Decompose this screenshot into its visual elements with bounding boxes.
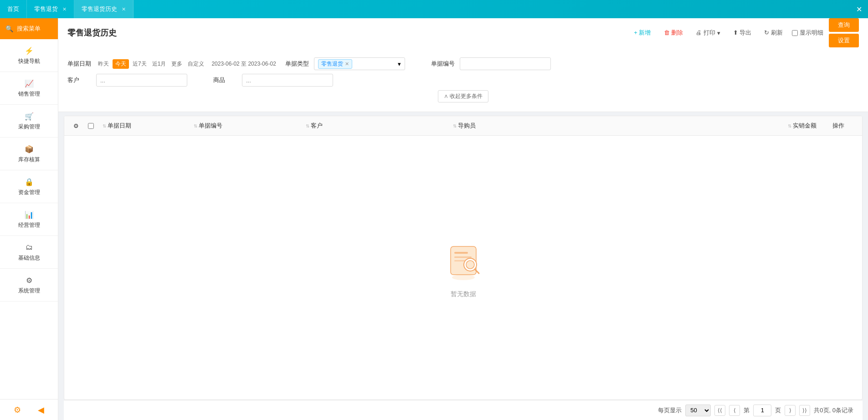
- main-layout: 🔍 搜索菜单 ⚡ 快捷导航📈 销售管理🛒 采购管理📦 库存核算🔒 资金管理📊 经…: [0, 18, 868, 420]
- page-header: 零售退货历史 + 新增 🗑 删除 🖨 打印 ▾ ⬆ 导出: [58, 18, 868, 112]
- tab-close-零售退货历史[interactable]: ✕: [122, 6, 126, 12]
- page-suffix: 页: [775, 406, 781, 415]
- query-settings-group: 查询 设置: [829, 18, 859, 47]
- filter-row-2: 客户 商品: [67, 74, 859, 87]
- nav-icon: ⚙: [24, 275, 34, 285]
- per-page-select[interactable]: 10 20 50 100: [685, 405, 711, 416]
- date-filter-label: 单据日期: [67, 60, 92, 68]
- refresh-label: ↻ 刷新: [764, 29, 783, 37]
- tab-零售退货[interactable]: 零售退货✕: [27, 0, 74, 18]
- goods-input[interactable]: [242, 74, 333, 87]
- nav-item-库存核算[interactable]: 📦 库存核算: [0, 138, 58, 170]
- goods-filter-item: 商品: [213, 74, 350, 87]
- date-filter-item: 单据日期 昨天今天近7天近1月更多自定义 2023-06-02 至 2023-0…: [67, 59, 276, 69]
- page-number-input[interactable]: [753, 405, 771, 416]
- settings-button[interactable]: 设置: [829, 34, 859, 47]
- nav-icon: 🛒: [24, 111, 34, 121]
- show-detail-checkbox[interactable]: [792, 30, 798, 36]
- nav-icon: 📦: [24, 144, 34, 154]
- filter-area: 单据日期 昨天今天近7天近1月更多自定义 2023-06-02 至 2023-0…: [67, 53, 859, 107]
- tab-close-零售退货[interactable]: ✕: [62, 6, 67, 12]
- tab-list: 首页零售退货✕零售退货历史✕: [0, 0, 850, 18]
- nav-item-采购管理[interactable]: 🛒 采购管理: [0, 105, 58, 138]
- nav-icon: 🗂: [24, 242, 34, 252]
- table-header: ⚙ ⇅ 单据日期 ⇅ 单据编号 ⇅ 客户 ⇅: [64, 116, 862, 136]
- date-option-近1月[interactable]: 近1月: [150, 59, 168, 69]
- last-page-button[interactable]: ⟩⟩: [799, 405, 810, 416]
- new-button[interactable]: + 新增: [630, 27, 654, 39]
- print-arrow-icon: ▾: [717, 30, 720, 36]
- window-close-button[interactable]: ✕: [850, 0, 868, 18]
- delete-button[interactable]: 🗑 删除: [660, 27, 687, 39]
- nav-item-资金管理[interactable]: 🔒 资金管理: [0, 170, 58, 203]
- nav-icon: ⚡: [24, 46, 34, 56]
- delete-label: 🗑 删除: [664, 29, 683, 37]
- table-col-amount[interactable]: ⇅ 实销金额: [743, 120, 820, 132]
- date-range-text: 2023-06-02 至 2023-06-02: [211, 60, 276, 68]
- bill-no-label: 单据编号: [431, 60, 456, 68]
- nav-item-销售管理[interactable]: 📈 销售管理: [0, 72, 58, 105]
- search-icon: 🔍: [5, 25, 13, 32]
- nav-icon: 📊: [24, 210, 34, 220]
- print-button[interactable]: 🖨 打印 ▾: [692, 27, 724, 39]
- tab-首页[interactable]: 首页: [0, 0, 27, 18]
- table-col-date[interactable]: ⇅ 单据日期: [99, 120, 190, 132]
- total-info: 共0页, 0条记录: [814, 406, 853, 415]
- nav-label: 资金管理: [18, 189, 40, 196]
- first-page-button[interactable]: ⟨⟨: [714, 405, 725, 416]
- sort-billno-icon: ⇅: [194, 123, 197, 128]
- show-detail-checkbox-wrapper: 显示明细: [792, 29, 823, 37]
- export-button[interactable]: ⬆ 导出: [729, 27, 755, 39]
- settings-icon[interactable]: ⚙: [14, 405, 21, 415]
- page-title-row: 零售退货历史 + 新增 🗑 删除 🖨 打印 ▾ ⬆ 导出: [67, 18, 859, 47]
- table-col-guide[interactable]: ⇅ 导购员: [449, 120, 526, 132]
- svg-rect-5: [454, 260, 466, 261]
- date-option-近7天[interactable]: 近7天: [131, 59, 149, 69]
- next-page-button[interactable]: ⟩: [785, 405, 796, 416]
- print-label: 🖨 打印: [696, 29, 715, 37]
- refresh-button[interactable]: ↻ 刷新: [760, 27, 786, 39]
- collapse-label: ∧ 收起更多条件: [444, 92, 483, 100]
- date-option-今天[interactable]: 今天: [113, 59, 129, 69]
- show-detail-label: 显示明细: [800, 29, 823, 37]
- select-all-checkbox[interactable]: [88, 123, 94, 129]
- sort-customer-icon: ⇅: [306, 123, 309, 128]
- table-col-billno[interactable]: ⇅ 单据编号: [190, 120, 302, 132]
- prev-page-button[interactable]: ⟨: [729, 405, 740, 416]
- bill-type-filter-item: 单据类型 零售退货 ✕ ▾: [285, 57, 422, 70]
- nav-icon: 📈: [24, 78, 34, 88]
- bill-no-input[interactable]: [460, 57, 551, 70]
- svg-point-7: [466, 261, 474, 269]
- query-button[interactable]: 查询: [829, 18, 859, 32]
- table-col-action: 操作: [820, 120, 857, 132]
- sort-guide-icon: ⇅: [453, 123, 457, 128]
- nav-item-系统管理[interactable]: ⚙ 系统管理: [0, 269, 58, 302]
- sidebar-search-label: 搜索菜单: [17, 25, 41, 33]
- sidebar-footer: ⚙ ◀: [0, 399, 58, 420]
- date-option-昨天[interactable]: 昨天: [96, 59, 111, 69]
- table-col-check: [84, 121, 99, 131]
- collapse-sidebar-icon[interactable]: ◀: [38, 405, 44, 415]
- page-title: 零售退货历史: [67, 27, 117, 38]
- sidebar-nav: ⚡ 快捷导航📈 销售管理🛒 采购管理📦 库存核算🔒 资金管理📊 经营管理🗂 基础…: [0, 39, 58, 399]
- bill-type-label: 单据类型: [285, 60, 310, 68]
- nav-label: 库存核算: [18, 156, 40, 164]
- svg-rect-3: [454, 252, 468, 254]
- date-option-更多[interactable]: 更多: [169, 59, 184, 69]
- sidebar-search-button[interactable]: 🔍 搜索菜单: [0, 18, 58, 39]
- table-col-customer[interactable]: ⇅ 客户: [302, 120, 449, 132]
- nav-item-基础信息[interactable]: 🗂 基础信息: [0, 236, 58, 269]
- customer-input[interactable]: [96, 74, 187, 87]
- tab-零售退货历史[interactable]: 零售退货历史✕: [74, 0, 134, 18]
- collapse-filter-button[interactable]: ∧ 收起更多条件: [438, 90, 488, 102]
- nav-item-经营管理[interactable]: 📊 经营管理: [0, 203, 58, 236]
- bill-type-select[interactable]: 零售退货 ✕ ▾: [314, 57, 405, 70]
- table-body: 暂无数据: [64, 136, 862, 400]
- table-col-spacer: [526, 124, 743, 128]
- table-col-settings[interactable]: ⚙: [70, 121, 84, 131]
- nav-item-快捷导航[interactable]: ⚡ 快捷导航: [0, 39, 58, 72]
- bill-type-dropdown-icon: ▾: [398, 61, 401, 67]
- date-option-自定义[interactable]: 自定义: [186, 59, 206, 69]
- bill-type-tag-close[interactable]: ✕: [345, 61, 349, 67]
- page-label: 第: [744, 406, 750, 415]
